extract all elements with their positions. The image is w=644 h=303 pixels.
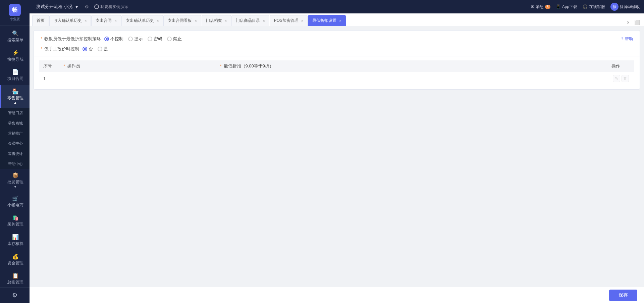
tab-home[interactable]: 首页 <box>32 15 49 26</box>
tab-store-goods-close[interactable]: × <box>263 19 265 23</box>
manual-price-radio-group: 否 是 <box>83 46 108 52</box>
row-discount <box>216 72 607 85</box>
tab-income-history[interactable]: 收入确认单历史 × <box>49 15 91 26</box>
topbar-settings-icon[interactable]: ⚙ <box>85 4 89 9</box>
demo-link[interactable]: 我要看实例演示 <box>94 4 128 10</box>
app-download-button[interactable]: 📱 App下载 <box>556 4 577 10</box>
sidebar-search-label: 搜索菜单 <box>7 38 23 43</box>
tabbar-actions: × ⬜ <box>626 19 641 26</box>
tab-home-label: 首页 <box>37 18 45 23</box>
discount-table: 序号 * 操作员 * 最低折扣（9.00等于9折） <box>39 60 634 85</box>
tab-payment-confirm-close[interactable]: × <box>157 19 159 23</box>
tab-store-goods[interactable]: 门店商品目录 × <box>231 15 269 26</box>
sidebar-item-inventory[interactable]: 📊 库存核算 <box>0 231 30 250</box>
sidebar-item-retail-management[interactable]: 🏪 零售管理 ▲ <box>0 85 30 108</box>
sidebar-item-accounting[interactable]: 📋 总账管理 <box>0 269 30 287</box>
help-link[interactable]: ？ 帮助 <box>620 36 633 42</box>
maximize-tab-button[interactable]: ⬜ <box>633 19 641 26</box>
radio-yes[interactable]: 是 <box>98 46 108 52</box>
close-tab-button[interactable]: × <box>626 19 631 26</box>
save-button[interactable]: 保存 <box>609 290 637 301</box>
tab-payment-board-close[interactable]: × <box>195 19 197 23</box>
col-header-discount: * 最低折扣（9.00等于9折） <box>216 60 607 72</box>
sidebar-item-retail-stats[interactable]: 零售统计 <box>0 149 30 159</box>
sidebar-smart-store-label: 智慧门店 <box>8 110 23 115</box>
chevron-down-icon: ▲ <box>14 101 17 104</box>
sidebar-item-smart-store[interactable]: 智慧门店 <box>0 108 30 118</box>
messages-button[interactable]: ✉ 消息 8 <box>531 4 550 10</box>
tab-income-history-close[interactable]: × <box>85 19 87 23</box>
demo-text: 我要看实例演示 <box>100 4 128 10</box>
sidebar-wholesale-label: 批发管理 <box>7 180 23 185</box>
sidebar-item-purchase[interactable]: 🛍️ 采购管理 <box>0 211 30 231</box>
tab-min-discount[interactable]: 最低折扣设置 × <box>308 15 345 26</box>
tab-store-archive-close[interactable]: × <box>225 19 227 23</box>
sidebar-item-shortcut[interactable]: ⚡ 快捷导航 <box>0 46 30 66</box>
sidebar-marketing-label: 营销推广 <box>8 131 23 136</box>
sidebar-inventory-label: 库存核算 <box>7 241 23 247</box>
sidebar-item-project-contract[interactable]: 📄 项目合同 <box>0 65 30 85</box>
tab-pos-password-close[interactable]: × <box>301 19 303 23</box>
radio-no-circle <box>83 47 87 51</box>
radio-forbid-label: 禁止 <box>173 36 182 42</box>
page-inner: * 收银员低于最低折扣控制策略 不控制 提示 <box>30 26 644 94</box>
tab-min-discount-label: 最低折扣设置 <box>312 18 336 23</box>
radio-no-control-circle <box>104 37 109 41</box>
tab-payment-contract-close[interactable]: × <box>114 19 116 23</box>
radio-no-control[interactable]: 不控制 <box>104 36 123 42</box>
radio-password[interactable]: 密码 <box>148 36 162 42</box>
delete-button[interactable]: 🗑 <box>622 75 629 82</box>
sidebar-item-member-center[interactable]: 会员中心 <box>0 138 30 148</box>
sidebar-item-retail-mall[interactable]: 零售商城 <box>0 118 30 128</box>
tab-min-discount-close[interactable]: × <box>339 19 341 23</box>
tab-payment-contract-label: 支出合同 <box>96 18 112 23</box>
support-icon: 🎧 <box>583 4 588 9</box>
required-star-2: * <box>41 46 42 51</box>
sidebar-retail-mall-label: 零售商城 <box>8 121 23 125</box>
col-header-action: 操作 <box>607 60 634 72</box>
tab-payment-confirm-history[interactable]: 支出确认单历史 × <box>121 15 163 26</box>
tab-store-goods-label: 门店商品目录 <box>236 18 260 23</box>
tab-store-archive[interactable]: 门店档案 × <box>202 15 231 26</box>
topbar: 测试分开流程-小况 ▼ ⚙ 我要看实例演示 ✉ 消息 8 📱 App下载 🎧 在… <box>30 0 644 13</box>
username-label: 徐泽华修改 <box>620 4 640 10</box>
sidebar-item-ecommerce[interactable]: 🛒 小畅电商 <box>0 192 30 211</box>
radio-forbid[interactable]: 禁止 <box>167 36 182 42</box>
sidebar-item-finance[interactable]: 💰 资金管理 <box>0 250 30 269</box>
radio-no[interactable]: 否 <box>83 46 93 52</box>
radio-password-circle <box>148 37 152 41</box>
edit-button[interactable]: ✎ <box>613 75 620 82</box>
row-actions: ✎ 🗑 <box>607 72 634 85</box>
tab-income-history-label: 收入确认单历史 <box>54 18 82 23</box>
sidebar-item-help-center[interactable]: 帮助中心 <box>0 159 30 169</box>
table-header-row: 序号 * 操作员 * 最低折扣（9.00等于9折） <box>39 60 634 72</box>
settings-button[interactable]: ⚙ <box>0 287 30 303</box>
tabbar: 首页 收入确认单历史 × 支出合同 × 支出确认单历史 × 支出合同看板 × 门… <box>30 13 644 26</box>
topbar-right: ✉ 消息 8 📱 App下载 🎧 在线客服 徐 徐泽华修改 <box>531 3 640 11</box>
sidebar-item-marketing[interactable]: 营销推广 <box>0 128 30 138</box>
radio-no-label: 否 <box>89 46 93 52</box>
table-row: 1 <box>39 72 634 85</box>
tab-pos-password[interactable]: POS加密管理 × <box>270 15 308 26</box>
project-icon: 📄 <box>12 69 19 75</box>
finance-icon: 💰 <box>12 253 19 260</box>
online-support-label: 在线客服 <box>589 4 605 10</box>
sidebar-item-search[interactable]: 🔍 搜索菜单 <box>0 27 30 46</box>
tab-payment-contract[interactable]: 支出合同 × <box>91 15 121 26</box>
tab-store-archive-label: 门店档案 <box>206 18 222 23</box>
sidebar-item-wholesale[interactable]: 📦 批发管理 ▼ <box>0 169 30 192</box>
tab-payment-contract-board[interactable]: 支出合同看板 × <box>163 15 201 26</box>
online-support-button[interactable]: 🎧 在线客服 <box>583 4 605 10</box>
sidebar-retail-stats-label: 零售统计 <box>8 151 23 156</box>
radio-yes-label: 是 <box>104 46 108 52</box>
bottom-bar: 保存 <box>30 287 644 303</box>
radio-remind[interactable]: 提示 <box>128 36 143 42</box>
sidebar-retail-submenu: 智慧门店 零售商城 营销推广 会员中心 零售统计 帮助中心 <box>0 108 30 169</box>
discount-policy-radio-group: 不控制 提示 密码 <box>104 36 182 42</box>
project-selector[interactable]: 测试分开流程-小况 ▼ <box>34 2 82 11</box>
demo-circle-icon <box>94 4 99 9</box>
radio-forbid-circle <box>167 37 172 41</box>
tab-payment-board-label: 支出合同看板 <box>168 18 192 23</box>
user-profile-button[interactable]: 徐 徐泽华修改 <box>610 3 640 11</box>
radio-remind-circle <box>128 37 133 41</box>
